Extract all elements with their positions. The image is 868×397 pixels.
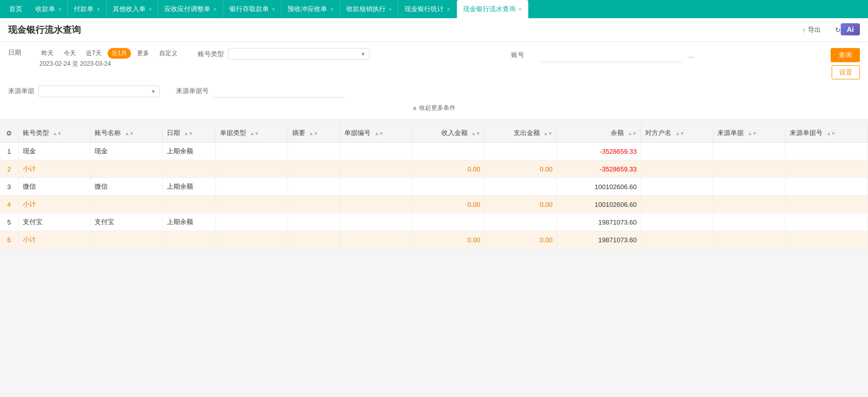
td-account-name xyxy=(90,231,163,249)
sort-source-doc-no[interactable]: ▲▼ xyxy=(827,131,836,136)
source-doc-select[interactable]: ▾ xyxy=(38,85,160,97)
th-expense[interactable]: 支出金额 ▲▼ xyxy=(485,124,557,143)
th-summary[interactable]: 摘要 ▲▼ xyxy=(288,124,340,143)
nav-tab-qitashouru[interactable]: 其他收入单 × xyxy=(107,0,158,18)
td-doc-no xyxy=(340,196,413,213)
td-expense: 0.00 xyxy=(485,231,557,249)
td-account-type: 小计 xyxy=(18,231,90,249)
nav-tab-fukuandan[interactable]: 付款单 × xyxy=(68,0,106,18)
close-tab-7[interactable]: × xyxy=(447,6,450,12)
table-row[interactable]: 4 小计 0.00 0.00 100102606.60 xyxy=(0,196,868,213)
th-account-name[interactable]: 账号名称 ▲▼ xyxy=(90,124,163,143)
sort-income[interactable]: ▲▼ xyxy=(471,131,480,136)
th-doc-type[interactable]: 单据类型 ▲▼ xyxy=(215,124,288,143)
sort-source-doc[interactable]: ▲▼ xyxy=(748,131,757,136)
th-source-doc-no[interactable]: 来源单据号 ▲▼ xyxy=(786,124,868,143)
source-doc-no-input[interactable] xyxy=(213,85,344,96)
td-source-doc-no xyxy=(786,143,868,160)
th-date[interactable]: 日期 ▲▼ xyxy=(163,124,215,143)
nav-tab-shoukuandan[interactable]: 收款单 × xyxy=(29,0,68,18)
td-counterpart xyxy=(641,143,713,160)
td-date: 上期余额 xyxy=(163,213,215,231)
nav-tab-xianjinstatist[interactable]: 现金银行统计 × xyxy=(398,0,456,18)
page-header: 现金银行流水查询 ↑ 导出 ↻ 刷新 Ai xyxy=(0,18,868,42)
table-row[interactable]: 1 现金 现金 上期余额 -3528659.33 xyxy=(0,143,868,160)
td-summary xyxy=(288,143,340,160)
td-account-name: 现金 xyxy=(90,143,163,160)
td-date: 上期余额 xyxy=(163,178,215,196)
sort-account-name[interactable]: ▲▼ xyxy=(125,131,134,136)
td-doc-type xyxy=(215,160,288,178)
source-doc-label: 来源单据 xyxy=(8,86,34,96)
td-account-name: 微信 xyxy=(90,178,163,196)
table-row[interactable]: 6 小计 0.00 0.00 19871073.60 xyxy=(0,231,868,249)
sort-doc-no[interactable]: ▲▼ xyxy=(375,131,384,136)
td-account-type: 微信 xyxy=(18,178,90,196)
nav-tab-shoukuanhe[interactable]: 收款核销执行 × xyxy=(340,0,398,18)
close-tab-1[interactable]: × xyxy=(97,6,100,12)
close-tab-4[interactable]: × xyxy=(272,6,275,12)
td-row-no: 1 xyxy=(0,143,18,160)
sort-date[interactable]: ▲▼ xyxy=(184,131,193,136)
td-summary xyxy=(288,213,340,231)
collapse-bar[interactable]: ∧ 收起更多条件 xyxy=(8,101,860,113)
account-type-select[interactable]: ▾ xyxy=(228,48,370,60)
sort-account-type[interactable]: ▲▼ xyxy=(53,131,62,136)
sort-counterpart[interactable]: ▲▼ xyxy=(675,131,684,136)
td-balance: -3528659.33 xyxy=(557,160,641,178)
ai-badge[interactable]: Ai xyxy=(841,23,860,35)
th-gear[interactable]: ⚙ xyxy=(0,124,18,143)
td-balance: -3528659.33 xyxy=(557,143,641,160)
close-tab-0[interactable]: × xyxy=(58,6,61,12)
account-more-button[interactable]: ... xyxy=(688,51,695,60)
td-summary xyxy=(288,178,340,196)
sort-summary[interactable]: ▲▼ xyxy=(309,131,318,136)
table-row[interactable]: 2 小计 0.00 0.00 -3528659.33 xyxy=(0,160,868,178)
query-button[interactable]: 查询 xyxy=(831,48,860,62)
source-doc-no-label: 来源单据号 xyxy=(176,86,209,96)
td-expense xyxy=(485,178,557,196)
td-doc-type xyxy=(215,213,288,231)
gear-icon[interactable]: ⚙ xyxy=(6,129,12,137)
close-tab-2[interactable]: × xyxy=(149,6,152,12)
th-balance[interactable]: 余额 ▲▼ xyxy=(557,124,641,143)
td-doc-type xyxy=(215,196,288,213)
td-doc-type xyxy=(215,178,288,196)
nav-tab-yinhangcunqu[interactable]: 银行存取款单 × xyxy=(223,0,282,18)
settings-button[interactable]: 设置 xyxy=(832,65,860,79)
td-row-no: 5 xyxy=(0,213,18,231)
date-opt-more[interactable]: 更多 xyxy=(133,48,153,59)
export-button[interactable]: ↑ 导出 xyxy=(799,23,826,36)
date-opt-1month[interactable]: 近1月 xyxy=(108,48,131,59)
th-doc-no[interactable]: 单据编号 ▲▼ xyxy=(340,124,413,143)
th-source-doc[interactable]: 来源单据 ▲▼ xyxy=(713,124,786,143)
date-opt-today[interactable]: 今天 xyxy=(60,48,80,59)
table-row[interactable]: 3 微信 微信 上期余额 100102606.60 xyxy=(0,178,868,196)
date-opt-yesterday[interactable]: 昨天 xyxy=(37,48,58,59)
nav-tab-xianjinliushui[interactable]: 现金银行流水查询 × xyxy=(457,0,528,18)
th-account-type[interactable]: 账号类型 ▲▼ xyxy=(18,124,90,143)
th-income[interactable]: 收入金额 ▲▼ xyxy=(413,124,485,143)
td-account-type: 小计 xyxy=(18,196,90,213)
td-source-doc xyxy=(713,213,786,231)
nav-home[interactable]: 首页 xyxy=(2,5,29,14)
date-opt-7days[interactable]: 近7天 xyxy=(82,48,106,59)
td-source-doc xyxy=(713,160,786,178)
th-counterpart[interactable]: 对方户名 ▲▼ xyxy=(641,124,713,143)
close-tab-5[interactable]: × xyxy=(330,6,333,12)
filter-area: 日期 昨天 今天 近7天 近1月 更多 自定义 2023-02-24 至 202… xyxy=(0,42,868,120)
sort-doc-type[interactable]: ▲▼ xyxy=(250,131,259,136)
account-input[interactable] xyxy=(540,50,682,60)
close-tab-8[interactable]: × xyxy=(519,6,522,12)
nav-tab-yushouzhong[interactable]: 预收冲应收单 × xyxy=(282,0,340,18)
close-tab-3[interactable]: × xyxy=(213,6,216,12)
date-opt-custom[interactable]: 自定义 xyxy=(155,48,181,59)
close-tab-6[interactable]: × xyxy=(389,6,392,12)
td-balance: 100102606.60 xyxy=(557,178,641,196)
td-expense: 0.00 xyxy=(485,160,557,178)
sort-balance[interactable]: ▲▼ xyxy=(628,131,637,136)
td-income: 0.00 xyxy=(413,160,485,178)
table-row[interactable]: 5 支付宝 支付宝 上期余额 19871073.60 xyxy=(0,213,868,231)
sort-expense[interactable]: ▲▼ xyxy=(543,131,553,136)
nav-tab-yingshouyingfu[interactable]: 应收应付调整单 × xyxy=(158,0,223,18)
